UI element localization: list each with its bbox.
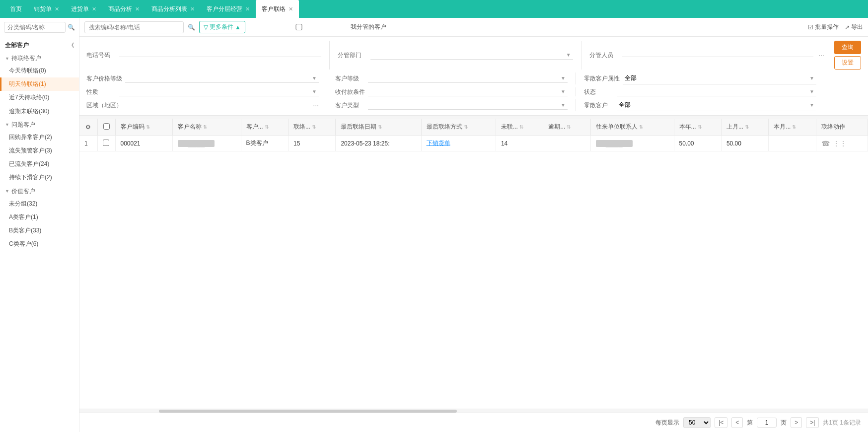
nav-product-analysis-close[interactable]: ✕ bbox=[135, 6, 140, 12]
sidebar-item-churned[interactable]: 已流失客户(24) bbox=[0, 157, 79, 171]
scrollbar-thumb[interactable] bbox=[159, 410, 457, 413]
sidebar: 🔍 全部客户 《 待联络客户 今天待联络(0) 明天待联络(1) 近7天待联络(… bbox=[0, 18, 79, 432]
nav-customer-contact[interactable]: 客户联络 ✕ bbox=[256, 0, 299, 18]
page-input[interactable] bbox=[757, 418, 777, 428]
horizontal-scrollbar[interactable] bbox=[79, 409, 868, 413]
nav-product-analysis[interactable]: 商品分析 ✕ bbox=[102, 0, 145, 18]
nav-customer-contact-close[interactable]: ✕ bbox=[289, 6, 293, 12]
more-icon[interactable]: ··· bbox=[313, 101, 319, 109]
row-last-month: 50.00 bbox=[721, 136, 768, 151]
chevron-down-icon: ▼ bbox=[561, 102, 566, 108]
nav-purchase[interactable]: 进货单 ✕ bbox=[65, 0, 102, 18]
more-actions-icon[interactable]: ⋮⋮ bbox=[833, 140, 847, 147]
filter-retail-customer-select[interactable]: 全部 ▼ bbox=[617, 99, 816, 111]
pagination-bar: 每页显示 50 100 200 |< < 第 页 > >| 共1页 1条记录 bbox=[79, 413, 868, 432]
nav-product-analysis-list[interactable]: 商品分析列表 ✕ bbox=[145, 0, 201, 18]
filter-phone-label: 电话号码 bbox=[86, 51, 116, 60]
sort-icon[interactable]: ⇅ bbox=[698, 124, 702, 130]
col-settings[interactable]: ⚙ bbox=[79, 119, 97, 136]
row-not-contacted: 14 bbox=[496, 136, 543, 151]
sort-icon[interactable]: ⇅ bbox=[639, 124, 643, 130]
phone-icon[interactable]: ☎ bbox=[821, 140, 830, 147]
select-all-checkbox[interactable] bbox=[103, 123, 110, 130]
filter-customer-type-label: 客户类型 bbox=[335, 101, 365, 110]
prev-page-button[interactable]: < bbox=[731, 417, 743, 428]
sidebar-item-class-c[interactable]: C类客户(6) bbox=[0, 237, 79, 251]
filter-nature-select[interactable]: ▼ bbox=[119, 87, 319, 96]
nav-purchase-close[interactable]: ✕ bbox=[92, 6, 96, 12]
search-input[interactable] bbox=[84, 21, 184, 33]
filter-customer-type: 客户类型 ▼ bbox=[335, 101, 568, 110]
nav-customer-layering-close[interactable]: ✕ bbox=[245, 6, 250, 12]
sidebar-group-problem: 问题客户 bbox=[0, 118, 79, 131]
sort-icon[interactable]: ⇅ bbox=[567, 124, 571, 130]
filter-retail-attr-select[interactable]: 全部 ▼ bbox=[623, 72, 816, 84]
nav-product-analysis-list-label: 商品分析列表 bbox=[151, 5, 187, 13]
sidebar-item-ungrouped[interactable]: 未分组(32) bbox=[0, 197, 79, 211]
chevron-down-icon: ▼ bbox=[312, 75, 317, 81]
col-contact-person: 往来单位联系人 ⇅ bbox=[590, 119, 674, 136]
table-header-row: ⚙ 客户编码 ⇅ 客户名称 ⇅ bbox=[79, 119, 868, 136]
contact-person-masked: ████ bbox=[596, 140, 633, 147]
sidebar-item-class-a[interactable]: A类客户(1) bbox=[0, 211, 79, 224]
settings-button[interactable]: 设置 bbox=[834, 56, 861, 70]
sort-icon[interactable]: ⇅ bbox=[464, 124, 468, 130]
filter-nature: 性质 ▼ bbox=[86, 87, 319, 96]
sort-icon[interactable]: ⇅ bbox=[519, 124, 523, 130]
sidebar-collapse-icon[interactable]: 《 bbox=[69, 42, 74, 49]
filter-phone-input[interactable] bbox=[119, 54, 321, 57]
more-conditions-button[interactable]: ▽ 更多条件 ▲ bbox=[199, 21, 245, 33]
sidebar-item-overdue[interactable]: 逾期未联络(30) bbox=[0, 105, 79, 118]
sort-icon[interactable]: ⇅ bbox=[378, 124, 382, 130]
sort-icon[interactable]: ⇅ bbox=[203, 124, 207, 130]
filter-status-select[interactable]: ▼ bbox=[617, 87, 816, 96]
col-actions: 联络动作 bbox=[816, 119, 868, 136]
query-button[interactable]: 查询 bbox=[834, 41, 861, 54]
last-page-button[interactable]: >| bbox=[806, 417, 819, 428]
nav-home[interactable]: 首页 bbox=[4, 0, 28, 18]
sidebar-item-class-b[interactable]: B类客户(33) bbox=[0, 224, 79, 237]
sort-icon[interactable]: ⇅ bbox=[265, 124, 269, 130]
filter-row-1: 电话号码 分管部门 ▼ 分管人员 ··· 查询 bbox=[86, 41, 861, 70]
sidebar-item-declining[interactable]: 持续下滑客户(2) bbox=[0, 171, 79, 184]
sidebar-item-tomorrow[interactable]: 明天待联络(1) bbox=[0, 77, 79, 91]
sidebar-item-today[interactable]: 今天待联络(0) bbox=[0, 64, 79, 77]
sidebar-all-customers[interactable]: 全部客户 《 bbox=[0, 37, 79, 52]
sidebar-search-icon[interactable]: 🔍 bbox=[68, 24, 75, 31]
my-customers-checkbox[interactable] bbox=[249, 24, 349, 30]
sidebar-item-repurchase-abnormal[interactable]: 回购异常客户(2) bbox=[0, 131, 79, 144]
sort-icon[interactable]: ⇅ bbox=[792, 124, 796, 130]
sort-icon[interactable]: ⇅ bbox=[312, 124, 316, 130]
export-button[interactable]: ↗ 导出 bbox=[845, 23, 863, 31]
customer-table: ⚙ 客户编码 ⇅ 客户名称 ⇅ bbox=[79, 119, 868, 151]
row-this-month bbox=[769, 136, 816, 151]
filter-customer-grade-select[interactable]: ▼ bbox=[368, 74, 568, 83]
sidebar-item-churn-warning[interactable]: 流失预警客户(3) bbox=[0, 144, 79, 157]
row-select-checkbox[interactable] bbox=[103, 140, 109, 146]
sidebar-item-week[interactable]: 近7天待联络(0) bbox=[0, 91, 79, 104]
more-icon[interactable]: ··· bbox=[818, 51, 824, 59]
filter-dept-select[interactable]: ▼ bbox=[370, 51, 573, 60]
sidebar-group-value-label: 价值客户 bbox=[11, 187, 35, 196]
per-page-select[interactable]: 50 100 200 bbox=[683, 417, 711, 428]
row-this-year: 50.00 bbox=[674, 136, 721, 151]
sidebar-search-input[interactable] bbox=[4, 22, 66, 33]
filter-retail-attr: 零散客户属性 全部 ▼ bbox=[584, 72, 816, 84]
filter-region-input[interactable] bbox=[125, 104, 308, 107]
filter-payment-select[interactable]: ▼ bbox=[368, 87, 568, 96]
next-page-button[interactable]: > bbox=[791, 417, 802, 428]
first-page-button[interactable]: |< bbox=[715, 417, 727, 428]
nav-sales[interactable]: 销货单 ✕ bbox=[28, 0, 65, 18]
batch-operation-button[interactable]: ☑ 批量操作 bbox=[808, 23, 839, 31]
last-contact-method-link[interactable]: 下销货单 bbox=[427, 140, 450, 146]
filter-person-input[interactable] bbox=[622, 54, 814, 57]
search-button[interactable]: 🔍 bbox=[188, 24, 195, 31]
sort-icon[interactable]: ⇅ bbox=[745, 124, 749, 130]
sort-icon[interactable]: ⇅ bbox=[146, 124, 150, 130]
filter-price-grade-select[interactable]: ▼ bbox=[125, 74, 319, 83]
nav-product-analysis-list-close[interactable]: ✕ bbox=[190, 6, 195, 12]
filter-customer-type-select[interactable]: ▼ bbox=[368, 101, 568, 110]
nav-sales-close[interactable]: ✕ bbox=[55, 6, 59, 12]
chevron-up-icon: ▲ bbox=[235, 24, 241, 31]
nav-customer-layering[interactable]: 客户分层经营 ✕ bbox=[201, 0, 256, 18]
